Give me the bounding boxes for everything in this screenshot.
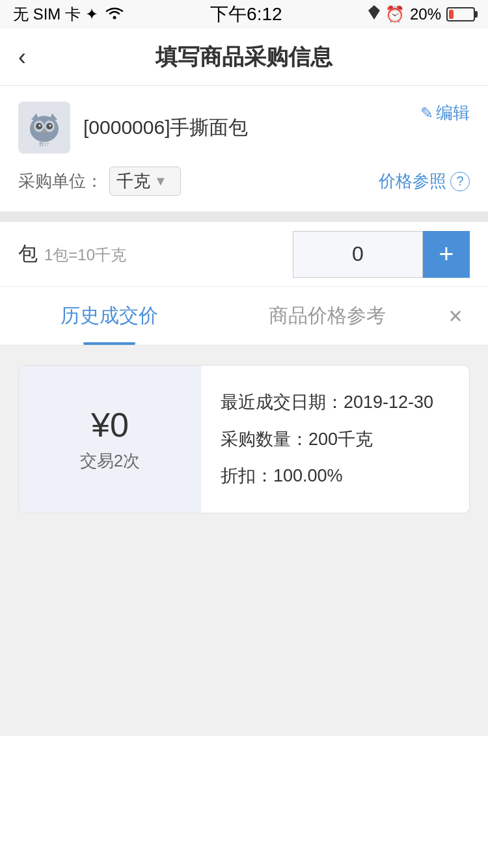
battery-percent: 20% [410,5,441,23]
tab-history-price[interactable]: 历史成交价 [0,287,218,345]
status-time: 下午6:12 [210,2,282,27]
content-area: ¥0 交易2次 最近成交日期：2019-12-30 采购数量：200千克 折扣：… [0,346,488,736]
svg-text:数计: 数计 [39,141,49,147]
back-button[interactable]: ‹ [18,44,26,71]
unit-value: 千克 [116,170,150,193]
page-title: 填写商品采购信息 [156,42,332,72]
product-card: 数计 [0000006]手撕面包 ✎ 编辑 采购单位： 千克 ▼ 价格参照 ? [0,86,488,211]
history-card-left: ¥0 交易2次 [19,366,201,513]
quantity-row: 包 1包=10千克 + [0,222,488,287]
purchase-quantity-value: 200千克 [308,429,373,449]
battery-fill [449,10,454,19]
info-icon: ? [450,172,470,191]
product-left: 数计 [0000006]手撕面包 [18,102,248,154]
price-reference-link[interactable]: 价格参照 ? [379,170,470,193]
recent-date-value: 2019-12-30 [344,392,433,412]
tabs-bar: 历史成交价 商品价格参考 × [0,287,488,346]
quantity-conversion: 1包=10千克 [44,245,126,265]
quantity-input-group: + [293,231,470,278]
product-header: 数计 [0000006]手撕面包 ✎ 编辑 [18,102,470,154]
quantity-input[interactable] [293,231,423,278]
unit-row: 采购单位： 千克 ▼ [18,167,181,196]
tab-active-indicator [83,342,135,345]
tab-product-reference[interactable]: 商品价格参考 [218,287,436,345]
section-divider [0,211,488,222]
discount-value: 100.00% [273,466,343,485]
unit-dropdown-arrow: ▼ [154,174,167,189]
recent-date-label: 最近成交日期： [221,392,344,412]
recent-date-row: 最近成交日期：2019-12-30 [221,389,450,416]
product-thumbnail: 数计 [18,102,70,154]
quantity-unit-label: 包 [18,241,38,267]
tab-history-label: 历史成交价 [61,303,158,329]
svg-marker-11 [49,113,57,121]
quantity-left: 包 1包=10千克 [18,241,126,267]
status-bar: 无 SIM 卡 ✦ 下午6:12 ⏰ 20% [0,0,488,29]
bottom-area [0,736,488,868]
product-name: [0000006]手撕面包 [83,115,248,141]
edit-button[interactable]: ✎ 编辑 [420,102,470,124]
edit-label: 编辑 [436,102,470,124]
history-price: ¥0 [91,405,129,444]
svg-marker-10 [31,113,39,121]
unit-select[interactable]: 千克 ▼ [109,167,181,196]
battery-icon [446,7,475,21]
purchase-quantity-row: 采购数量：200千克 [221,426,450,453]
quantity-plus-button[interactable]: + [423,231,470,278]
edit-icon: ✎ [420,104,433,122]
tab-reference-label: 商品价格参考 [269,303,386,329]
owl-logo-icon: 数计 [25,108,64,147]
status-left: 无 SIM 卡 ✦ [13,4,124,25]
svg-point-0 [113,16,116,20]
svg-point-7 [49,125,51,127]
wifi-icon [105,5,124,23]
close-button[interactable]: × [436,297,475,336]
discount-label: 折扣： [221,466,273,485]
price-ref-label: 价格参照 [379,170,446,193]
product-footer: 采购单位： 千克 ▼ 价格参照 ? [18,167,470,196]
history-card: ¥0 交易2次 最近成交日期：2019-12-30 采购数量：200千克 折扣：… [18,365,470,513]
status-right: ⏰ 20% [368,5,475,23]
discount-row: 折扣：100.00% [221,463,450,489]
unit-text-label: 采购单位： [18,170,103,193]
location-icon [368,5,380,23]
purchase-quantity-label: 采购数量： [221,429,308,449]
history-times: 交易2次 [80,450,140,472]
history-card-right: 最近成交日期：2019-12-30 采购数量：200千克 折扣：100.00% [201,366,469,513]
alarm-icon: ⏰ [385,5,405,23]
svg-point-6 [39,125,41,127]
nav-bar: ‹ 填写商品采购信息 [0,29,488,86]
no-sim-label: 无 SIM 卡 ✦ [13,4,98,25]
